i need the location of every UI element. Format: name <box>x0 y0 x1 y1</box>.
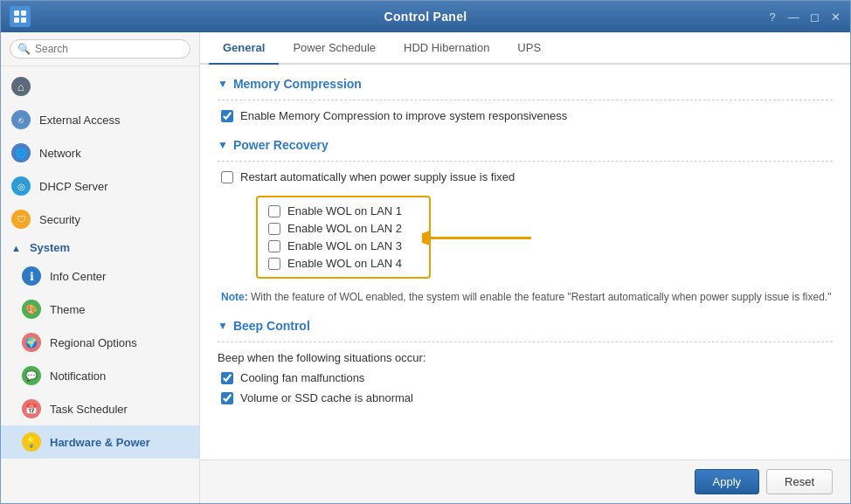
svg-rect-0 <box>14 10 19 16</box>
svg-rect-3 <box>21 17 26 23</box>
sidebar-item-regional[interactable]: 🌍 Regional Options <box>1 326 199 359</box>
sidebar-item-task-scheduler[interactable]: 📅 Task Scheduler <box>1 392 199 425</box>
beep-divider <box>218 342 833 342</box>
external-access-icon: ⎋ <box>11 110 31 129</box>
wol-lan3-label: Enable WOL on LAN 3 <box>287 239 402 252</box>
wol-lan2-label: Enable WOL on LAN 2 <box>287 222 402 235</box>
theme-icon: 🎨 <box>22 300 41 319</box>
info-icon: ℹ <box>22 266 41 286</box>
notification-label: Notification <box>50 369 106 383</box>
apply-button[interactable]: Apply <box>695 469 760 494</box>
power-recovery-header[interactable]: ▼ Power Recovery <box>218 138 833 152</box>
note-body: With the feature of WOL enabled, the sys… <box>248 291 832 303</box>
restart-checkbox[interactable] <box>221 171 233 183</box>
memory-compression-checkbox[interactable] <box>221 110 233 122</box>
restart-row: Restart automatically when power supply … <box>218 170 833 183</box>
reset-button[interactable]: Reset <box>766 469 833 494</box>
tabs-bar: General Power Schedule HDD Hibernation U… <box>200 32 850 65</box>
search-box[interactable]: 🔍 <box>10 39 190 59</box>
memory-compression-header[interactable]: ▼ Memory Compression <box>218 77 833 91</box>
main-scroll-content[interactable]: ▼ Memory Compression Enable Memory Compr… <box>200 65 850 459</box>
beep-volume-checkbox[interactable] <box>221 392 233 404</box>
sidebar-items-list: ⌂ ⎋ External Access 🌐 Network ◎ DHCP Ser… <box>1 66 199 503</box>
main-window: Control Panel ? — ◻ ✕ 🔍 ⌂ <box>0 0 851 504</box>
wol-lan4-checkbox[interactable] <box>268 258 280 270</box>
hardware-icon: 💡 <box>22 432 41 452</box>
regional-label: Regional Options <box>50 336 137 349</box>
annotation-arrow <box>422 222 536 256</box>
beep-volume-label: Volume or SSD cache is abnormal <box>240 391 413 404</box>
system-section-label: System <box>30 241 70 254</box>
network-icon: 🌐 <box>11 143 31 162</box>
titlebar: Control Panel ? — ◻ ✕ <box>1 1 850 32</box>
power-divider <box>218 161 833 162</box>
wol-lan2-checkbox[interactable] <box>268 223 280 235</box>
wol-lan2-row: Enable WOL on LAN 2 <box>268 222 419 235</box>
beep-control-section: ▼ Beep Control Beep when the following s… <box>218 319 833 404</box>
wol-lan3-checkbox[interactable] <box>268 240 280 252</box>
memory-compression-section: ▼ Memory Compression Enable Memory Compr… <box>218 77 833 122</box>
network-label: Network <box>39 147 81 160</box>
restart-label: Restart automatically when power supply … <box>240 170 515 183</box>
memory-compression-row: Enable Memory Compression to improve sys… <box>218 109 833 122</box>
security-icon: 🛡 <box>11 210 31 229</box>
tab-hdd-hibernation[interactable]: HDD Hibernation <box>390 32 503 65</box>
svg-rect-1 <box>21 10 26 16</box>
info-center-label: Info Center <box>50 270 106 283</box>
tab-general[interactable]: General <box>209 32 279 65</box>
sidebar-item-hardware-power[interactable]: 💡 Hardware & Power <box>1 425 199 459</box>
memory-chevron-icon: ▼ <box>218 78 228 90</box>
search-input[interactable] <box>35 43 183 55</box>
dhcp-label: DHCP Server <box>39 180 108 193</box>
task-scheduler-label: Task Scheduler <box>50 403 128 416</box>
svg-rect-2 <box>14 17 19 23</box>
hardware-label: Hardware & Power <box>50 436 150 449</box>
sidebar-section-system[interactable]: ▲ System <box>1 236 199 259</box>
wol-lan4-label: Enable WOL on LAN 4 <box>287 257 402 270</box>
wol-lan4-row: Enable WOL on LAN 4 <box>268 257 419 270</box>
wol-lan3-row: Enable WOL on LAN 3 <box>268 239 419 252</box>
sidebar-item-theme[interactable]: 🎨 Theme <box>1 293 199 326</box>
sidebar-item-dhcp[interactable]: ◎ DHCP Server <box>1 169 199 203</box>
wol-note: Note: With the feature of WOL enabled, t… <box>221 291 833 303</box>
beep-fan-row: Cooling fan malfunctions <box>218 371 833 384</box>
power-recovery-title: Power Recovery <box>233 138 329 152</box>
memory-divider <box>218 100 833 100</box>
sidebar-item-security[interactable]: 🛡 Security <box>1 203 199 236</box>
theme-label: Theme <box>50 303 85 316</box>
app-icon <box>10 6 31 27</box>
home-icon: ⌂ <box>11 77 31 96</box>
dhcp-icon: ◎ <box>11 176 31 196</box>
wol-container: Enable WOL on LAN 1 Enable WOL on LAN 2 … <box>256 196 431 279</box>
minimize-button[interactable]: — <box>785 9 801 24</box>
window-title: Control Panel <box>384 10 467 24</box>
wol-section-wrapper: Enable WOL on LAN 1 Enable WOL on LAN 2 … <box>239 190 833 284</box>
sidebar-item-notification[interactable]: 💬 Notification <box>1 359 199 392</box>
note-label: Note: <box>221 291 248 303</box>
close-button[interactable]: ✕ <box>827 9 843 24</box>
security-label: Security <box>39 213 80 226</box>
wol-lan1-checkbox[interactable] <box>268 205 280 217</box>
beep-chevron-icon: ▼ <box>218 320 228 332</box>
tab-power-schedule[interactable]: Power Schedule <box>279 32 390 65</box>
memory-compression-title: Memory Compression <box>233 77 362 91</box>
beep-fan-checkbox[interactable] <box>221 372 233 384</box>
power-recovery-section: ▼ Power Recovery Restart automatically w… <box>218 138 833 303</box>
wol-lan1-label: Enable WOL on LAN 1 <box>287 204 402 217</box>
window-controls: ? — ◻ ✕ <box>765 9 843 24</box>
tab-ups[interactable]: UPS <box>503 32 555 65</box>
content-area: General Power Schedule HDD Hibernation U… <box>200 32 850 503</box>
regional-icon: 🌍 <box>22 333 41 352</box>
sidebar-item-network[interactable]: 🌐 Network <box>1 136 199 169</box>
chevron-up-icon: ▲ <box>11 243 21 253</box>
search-icon: 🔍 <box>17 43 31 55</box>
sidebar-item-external-access[interactable]: ⎋ External Access <box>1 103 199 136</box>
sidebar-item-home[interactable]: ⌂ <box>1 70 199 103</box>
help-button[interactable]: ? <box>765 9 780 24</box>
beep-control-header[interactable]: ▼ Beep Control <box>218 319 833 333</box>
external-access-label: External Access <box>39 114 121 127</box>
notification-icon: 💬 <box>22 366 41 385</box>
maximize-button[interactable]: ◻ <box>806 9 822 24</box>
sidebar-item-info-center[interactable]: ℹ Info Center <box>1 259 199 293</box>
wol-lan1-row: Enable WOL on LAN 1 <box>268 204 419 217</box>
